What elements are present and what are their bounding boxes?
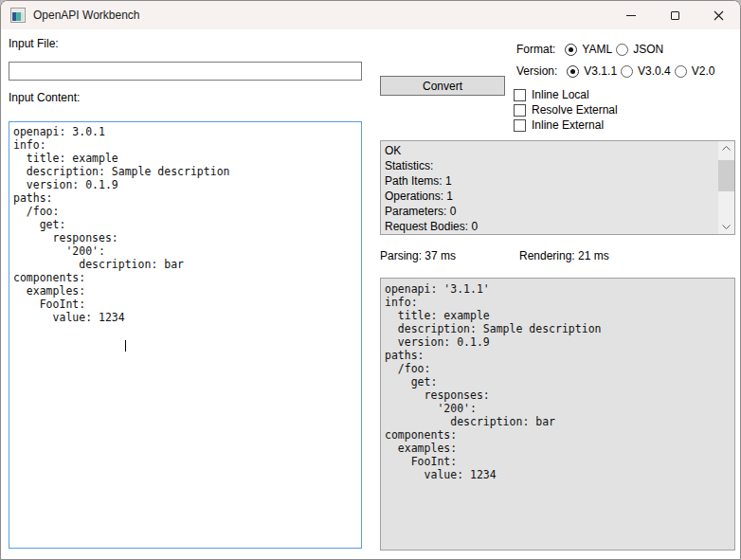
close-icon [714,10,724,21]
input-content-editor[interactable]: openapi: 3.0.1 info: title: example desc… [9,121,362,549]
format-label: Format: [516,43,555,56]
scroll-up-icon[interactable] [718,141,734,155]
options-checkboxes: Inline Local Resolve External Inline Ext… [514,88,618,132]
scroll-down-icon[interactable] [718,220,734,234]
scrollbar-thumb[interactable] [718,160,734,191]
input-file-label: Input File: [9,37,59,50]
status-panel: OK Statistics: Path Items: 1 Operations:… [380,140,735,235]
format-json-label[interactable]: JSON [633,43,663,56]
resolve-external-label: Resolve External [532,103,618,117]
inline-external-checkbox[interactable] [514,119,526,132]
input-content-label: Input Content: [9,91,80,104]
output-panel: openapi: '3.1.1' info: title: example de… [380,278,735,551]
window-controls [609,1,740,29]
inline-local-option[interactable]: Inline Local [514,88,618,101]
app-window: OpenAPI Workbench Input File: Input Cont… [0,0,741,560]
version-v304-radio[interactable] [621,65,633,78]
version-v311-label[interactable]: V3.1.1 [584,64,617,78]
resolve-external-checkbox[interactable] [514,104,526,117]
version-v20-radio[interactable] [675,65,687,78]
input-file-field[interactable] [9,62,362,81]
status-text: OK Statistics: Path Items: 1 Operations:… [385,143,478,234]
inline-local-label: Inline Local [532,88,589,101]
version-row: Version: V3.1.1 V3.0.4 V2.0 [516,64,714,78]
version-v311-radio[interactable] [567,65,579,78]
version-v20-label[interactable]: V2.0 [692,64,715,78]
close-button[interactable] [696,1,740,29]
format-row: Format: YAML JSON [516,43,663,56]
minimize-button[interactable] [609,1,653,29]
format-yaml-radio[interactable] [565,44,577,56]
text-caret [125,340,126,352]
output-content-text: openapi: '3.1.1' info: title: example de… [385,282,731,481]
minimize-icon [626,15,636,16]
parsing-time-label: Parsing: 37 ms [380,249,456,262]
status-scrollbar[interactable] [718,141,734,234]
titlebar: OpenAPI Workbench [1,1,740,29]
window-title: OpenAPI Workbench [33,9,140,22]
app-icon [10,8,26,23]
maximize-icon [671,11,679,20]
version-label: Version: [516,64,557,78]
version-v304-label[interactable]: V3.0.4 [638,64,671,78]
inline-external-option[interactable]: Inline External [514,118,618,132]
convert-button[interactable]: Convert [380,76,505,96]
inline-external-label: Inline External [532,118,604,132]
maximize-button[interactable] [653,1,696,29]
input-content-text: openapi: 3.0.1 info: title: example desc… [13,125,357,324]
resolve-external-option[interactable]: Resolve External [514,103,618,117]
format-yaml-label[interactable]: YAML [582,43,612,56]
rendering-time-label: Rendering: 21 ms [519,249,609,262]
format-json-radio[interactable] [616,44,628,56]
inline-local-checkbox[interactable] [514,89,526,101]
